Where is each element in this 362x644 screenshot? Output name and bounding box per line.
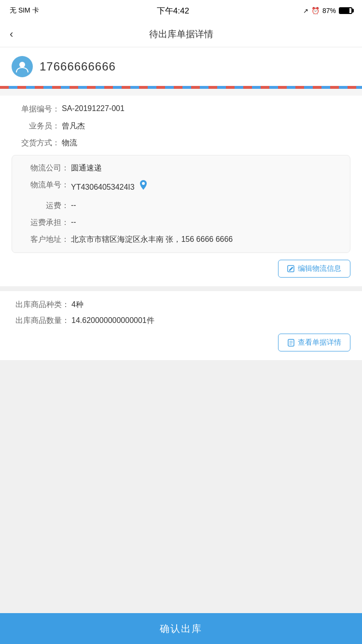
location-status-icon: ↗ (303, 7, 308, 14)
tracking-number-row: 物流单号： YT43064053424I3 (21, 180, 341, 194)
bottom-spacer (0, 360, 362, 613)
goods-section: 出库商品种类： 4种 出库商品数量： 14.620000000000001件 查… (0, 291, 362, 360)
address-row: 客户地址： 北京市市辖区海淀区永丰南 张，156 6666 6666 (21, 235, 341, 245)
doc-number-label: 单据编号： (12, 104, 60, 114)
tracking-number-label: 物流单号： (21, 180, 69, 190)
battery-text: 87% (322, 7, 336, 14)
delivery-method-row: 交货方式： 物流 (12, 138, 350, 148)
document-icon (287, 339, 295, 347)
freight-label: 运费： (21, 201, 69, 211)
status-left: 无 SIM 卡 (10, 6, 43, 15)
back-button[interactable]: ‹ (6, 24, 17, 44)
sales-person-row: 业务员： 曾凡杰 (12, 121, 350, 131)
freight-bearer-label: 运费承担： (21, 218, 69, 228)
logistics-company-label: 物流公司： (21, 163, 69, 173)
sales-person-label: 业务员： (12, 121, 60, 131)
edit-icon (287, 265, 295, 273)
goods-category-row: 出库商品种类： 4种 (12, 300, 350, 310)
nav-bar: ‹ 待出库单据详情 (0, 21, 362, 47)
delivery-method-value: 物流 (60, 138, 350, 148)
freight-bearer-row: 运费承担： -- (21, 218, 341, 228)
svg-point-0 (19, 62, 25, 68)
goods-category-label: 出库商品种类： (12, 300, 70, 310)
user-row: 17666666666 (0, 47, 362, 86)
status-right: ↗ ⏰ 87% (303, 7, 352, 14)
address-label: 客户地址： (21, 235, 69, 245)
carrier-text: 无 SIM 卡 (10, 6, 39, 15)
dashed-divider (0, 86, 362, 89)
status-time: 下午4:42 (157, 5, 189, 16)
battery-icon (339, 7, 352, 14)
goods-quantity-label: 出库商品数量： (12, 316, 70, 326)
confirm-button-label: 确认出库 (160, 622, 202, 635)
goods-quantity-value: 14.620000000000001件 (70, 316, 154, 326)
address-value: 北京市市辖区海淀区永丰南 张，156 6666 6666 (69, 235, 341, 245)
confirm-button[interactable]: 确认出库 (0, 613, 362, 644)
goods-category-value: 4种 (70, 300, 84, 310)
user-avatar (12, 56, 33, 77)
svg-point-1 (142, 182, 145, 185)
doc-number-row: 单据编号： SA-20191227-001 (12, 104, 350, 114)
tracking-number-value: YT43064053424I3 (69, 180, 341, 194)
freight-value: -- (69, 201, 341, 210)
edit-logistics-label: 编辑物流信息 (298, 264, 341, 273)
user-phone: 17666666666 (40, 60, 116, 73)
freight-row: 运费： -- (21, 201, 341, 211)
goods-quantity-row: 出库商品数量： 14.620000000000001件 (12, 316, 350, 326)
edit-logistics-button[interactable]: 编辑物流信息 (278, 260, 350, 278)
view-detail-btn-row: 查看单据详情 (12, 334, 350, 351)
page-wrapper: 无 SIM 卡 下午4:42 ↗ ⏰ 87% ‹ 待出库单据详情 (0, 0, 362, 644)
edit-btn-row: 编辑物流信息 (12, 260, 350, 278)
view-detail-button[interactable]: 查看单据详情 (278, 334, 350, 351)
sales-person-value: 曾凡杰 (60, 121, 350, 131)
logistics-company-value: 圆通速递 (69, 163, 341, 173)
basic-info-section: 单据编号： SA-20191227-001 业务员： 曾凡杰 交货方式： 物流 … (0, 96, 362, 286)
doc-number-value: SA-20191227-001 (60, 104, 350, 113)
alarm-icon: ⏰ (311, 7, 320, 14)
status-bar: 无 SIM 卡 下午4:42 ↗ ⏰ 87% (0, 0, 362, 21)
logistics-company-row: 物流公司： 圆通速递 (21, 163, 341, 173)
tracking-location-icon[interactable] (139, 180, 148, 194)
section-divider-1 (0, 286, 362, 291)
delivery-method-label: 交货方式： (12, 138, 60, 148)
freight-bearer-value: -- (69, 218, 341, 226)
page-title: 待出库单据详情 (149, 28, 213, 41)
logistics-card: 物流公司： 圆通速递 物流单号： YT43064053424I3 运费： (12, 155, 350, 253)
view-detail-label: 查看单据详情 (298, 338, 341, 347)
